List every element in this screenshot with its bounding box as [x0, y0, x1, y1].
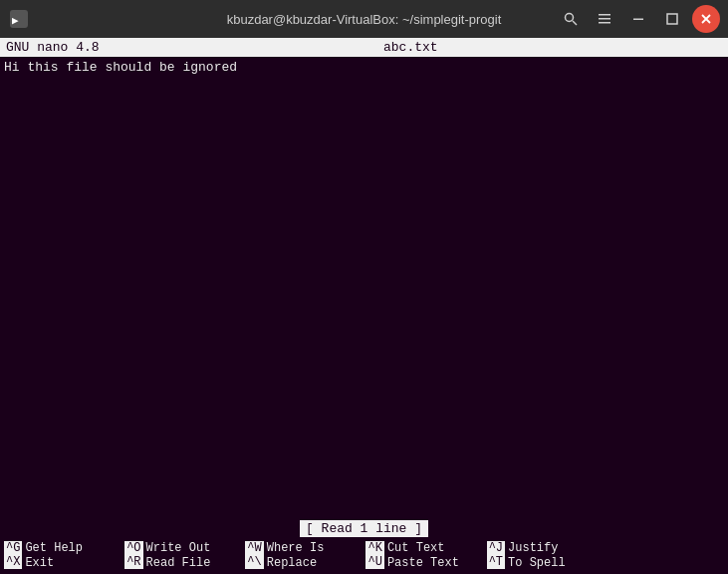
shortcut-write[interactable]: ^O^R Write Out Read File — [122, 539, 243, 574]
nano-header: GNU nano 4.8 abc.txt — [0, 38, 728, 57]
title-bar: ▶ kbuzdar@kbuzdar-VirtualBox: ~/simplegi… — [0, 0, 728, 38]
file-name: abc.txt — [383, 40, 438, 55]
svg-rect-5 — [599, 18, 610, 20]
shortcut-label-cut: Cut Text Paste Text — [387, 541, 459, 572]
shortcut-empty — [606, 539, 726, 574]
shortcut-bar: ^G^X Get Help Exit ^O^R Write Out Read F… — [0, 539, 728, 574]
shortcut-label-write: Write Out Read File — [146, 541, 211, 572]
shortcut-justify[interactable]: ^J^T Justify To Spell — [485, 539, 606, 574]
maximize-button[interactable] — [658, 5, 686, 33]
svg-line-3 — [573, 21, 577, 25]
svg-text:▶: ▶ — [12, 14, 19, 27]
svg-rect-6 — [599, 22, 610, 24]
minimize-button[interactable] — [624, 5, 652, 33]
shortcut-where[interactable]: ^W^\ Where Is Replace — [243, 539, 364, 574]
title-bar-left: ▶ — [8, 8, 30, 30]
shortcut-cut[interactable]: ^K^U Cut Text Paste Text — [364, 539, 484, 574]
read-line-message: [ Read 1 line ] — [300, 520, 428, 537]
svg-rect-8 — [667, 14, 677, 24]
terminal-icon: ▶ — [8, 8, 30, 30]
svg-rect-4 — [599, 14, 610, 16]
shortcut-label-justify: Justify To Spell — [508, 541, 566, 572]
close-button[interactable] — [692, 5, 720, 33]
shortcut-label-where: Where Is Replace — [267, 541, 325, 572]
svg-rect-7 — [633, 19, 643, 21]
shortcut-help[interactable]: ^G^X Get Help Exit — [2, 539, 122, 574]
svg-point-2 — [566, 14, 574, 22]
editor-area[interactable]: Hi this file should be ignored — [0, 57, 728, 518]
shortcut-key-w: ^W^\ — [245, 541, 263, 569]
shortcut-key-k: ^K^U — [365, 541, 383, 569]
shortcut-key-j: ^J^T — [487, 541, 505, 569]
menu-button[interactable] — [591, 5, 618, 33]
status-bar: [ Read 1 line ] — [0, 518, 728, 539]
nano-version: GNU nano 4.8 — [6, 40, 100, 55]
window-title: kbuzdar@kbuzdar-VirtualBox: ~/simplegit-… — [227, 12, 502, 27]
shortcut-key-o: ^O^R — [124, 541, 142, 569]
window-controls — [557, 5, 720, 33]
editor-content: Hi this file should be ignored — [4, 60, 237, 75]
shortcut-label-help: Get Help Exit — [25, 541, 83, 572]
shortcut-key-g: ^G^X — [4, 541, 22, 569]
search-button[interactable] — [557, 5, 585, 33]
